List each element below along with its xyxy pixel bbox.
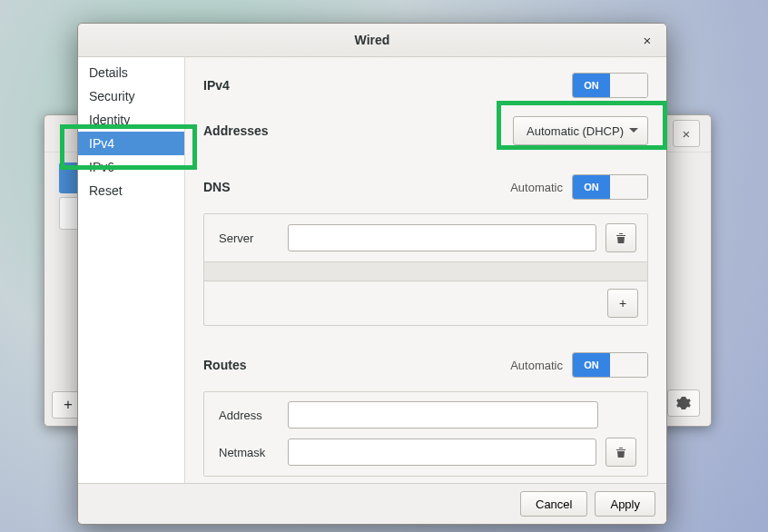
sidebar-item-details[interactable]: Details xyxy=(78,61,184,84)
sidebar-item-security[interactable]: Security xyxy=(78,84,184,108)
sidebar-item-label: IPv4 xyxy=(89,136,114,151)
dns-server-delete-button[interactable] xyxy=(606,223,636,252)
routes-address-label: Address xyxy=(215,409,279,422)
toggle-off-half xyxy=(610,74,647,97)
cancel-button[interactable]: Cancel xyxy=(520,491,587,517)
toggle-on-label: ON xyxy=(573,353,610,377)
sidebar-item-ipv6[interactable]: IPv6 xyxy=(78,155,184,179)
dns-server-label: Server xyxy=(215,232,279,245)
sidebar-item-label: Details xyxy=(89,65,128,80)
dns-group: Server + xyxy=(203,213,648,326)
ipv4-toggle[interactable]: ON xyxy=(572,73,648,98)
apply-button[interactable]: Apply xyxy=(595,491,655,517)
toggle-on-label: ON xyxy=(573,74,610,97)
sidebar-item-label: Security xyxy=(89,89,135,103)
toggle-on-label: ON xyxy=(573,175,610,199)
dns-add-button[interactable]: + xyxy=(607,289,638,318)
plus-icon: + xyxy=(619,296,626,310)
dns-scrollbar-track[interactable] xyxy=(204,261,647,281)
toggle-off-half xyxy=(610,175,647,199)
content-pane: IPv4 ON Addresses Automatic (DHCP) DNS xyxy=(185,57,666,483)
ipv4-heading: IPv4 xyxy=(203,78,230,93)
routes-automatic-label: Automatic xyxy=(510,359,563,372)
sidebar-item-label: Identity xyxy=(89,113,130,127)
sidebar-item-label: Reset xyxy=(89,183,123,198)
dns-server-input[interactable] xyxy=(288,224,596,251)
toggle-off-half xyxy=(610,353,647,377)
addresses-mode-value: Automatic (DHCP) xyxy=(527,124,624,138)
addresses-mode-dropdown[interactable]: Automatic (DHCP) xyxy=(513,116,648,145)
close-icon: × xyxy=(644,33,652,48)
routes-delete-button[interactable] xyxy=(606,438,636,467)
sidebar-item-reset[interactable]: Reset xyxy=(78,179,184,202)
routes-automatic-toggle[interactable]: ON xyxy=(572,352,648,378)
sidebar: Details Security Identity IPv4 IPv6 Rese… xyxy=(78,57,185,483)
trash-icon xyxy=(615,232,627,244)
sidebar-item-identity[interactable]: Identity xyxy=(78,108,184,132)
wired-dialog: Wired × Details Security Identity IPv4 I… xyxy=(77,23,667,525)
dns-automatic-label: Automatic xyxy=(510,181,563,194)
dns-automatic-toggle[interactable]: ON xyxy=(572,174,648,200)
gear-icon xyxy=(676,396,691,410)
dns-heading: DNS xyxy=(203,180,231,194)
dialog-close-button[interactable]: × xyxy=(637,30,657,50)
addresses-heading: Addresses xyxy=(203,123,269,138)
routes-address-input[interactable] xyxy=(288,401,598,429)
sidebar-item-ipv4[interactable]: IPv4 xyxy=(78,132,184,155)
dialog-footer: Cancel Apply xyxy=(78,483,666,524)
trash-icon xyxy=(615,446,627,458)
sidebar-item-label: IPv6 xyxy=(89,160,114,174)
dialog-title: Wired xyxy=(355,33,390,47)
routes-netmask-input[interactable] xyxy=(288,438,596,466)
plus-icon: + xyxy=(64,396,73,414)
routes-heading: Routes xyxy=(203,358,246,372)
network-close-button[interactable]: × xyxy=(673,120,700,147)
routes-netmask-label: Netmask xyxy=(215,446,279,459)
titlebar: Wired × xyxy=(78,24,666,57)
close-icon: × xyxy=(683,126,691,142)
network-settings-button[interactable] xyxy=(667,389,700,417)
routes-group: Address Netmask xyxy=(203,391,648,477)
